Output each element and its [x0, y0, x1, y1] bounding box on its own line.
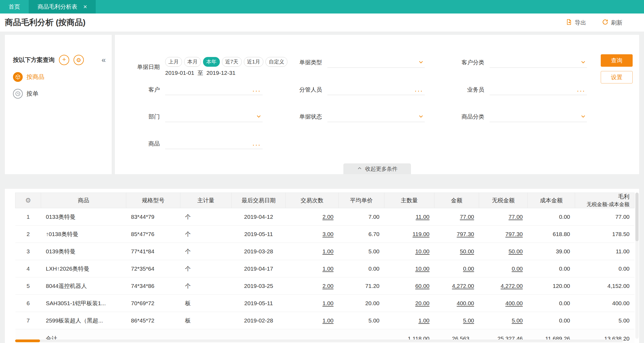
table-row[interactable]: 10133奥特曼83*44*79个2019-04-122.007.0011.00… [15, 208, 635, 226]
amount-drilldown-link[interactable]: 0.00 [463, 265, 474, 272]
tax_free-drilldown-link[interactable]: 77.00 [509, 214, 523, 220]
cell-qty: 119.00 [384, 226, 434, 243]
customer-picker[interactable]: ··· [165, 84, 263, 95]
horizontal-scrollbar [15, 339, 623, 342]
date-chip[interactable]: 上月 [165, 57, 182, 67]
qty-drilldown-link[interactable]: 11.00 [416, 214, 430, 220]
tax_free-drilldown-link[interactable]: 5.00 [512, 317, 523, 324]
bill-status-select[interactable] [327, 111, 425, 122]
cell-qty: 10.00 [384, 243, 434, 260]
tab-home-label: 首页 [9, 3, 20, 11]
horizontal-scrollbar-thumb[interactable] [15, 339, 40, 342]
customer-category-group: 客户分类 [449, 57, 611, 68]
product-category-select[interactable] [490, 111, 587, 122]
table-row[interactable]: 72599板装超人（黑超...86*45*72板2019-02-281.005.… [15, 312, 635, 329]
cell-qty: 20.00 [384, 295, 434, 312]
tax_free-drilldown-link[interactable]: 4,272.00 [501, 283, 523, 289]
cell-amount: 50.00 [434, 243, 479, 260]
amount-drilldown-link[interactable]: 77.00 [460, 214, 474, 220]
date-chip[interactable]: 本年 [203, 57, 220, 67]
sidebar-collapse-icon[interactable]: « [101, 56, 106, 64]
table-row[interactable]: 4LXH↑2026奥特曼72*35*64个2019-04-171.000.001… [15, 260, 635, 277]
cell-last_date: 2019-03-28 [232, 243, 286, 260]
cell-avg_price: 20.00 [338, 295, 384, 312]
column-header-spec[interactable]: 规格型号 [126, 193, 180, 208]
settings-button[interactable]: 设置 [601, 71, 633, 83]
tab-home[interactable]: 首页 [0, 0, 29, 14]
tx_count-drilldown-link[interactable]: 3.00 [323, 231, 334, 237]
product-label: 商品 [125, 140, 160, 147]
date-chip[interactable]: 近7天 [222, 57, 242, 67]
date-chip[interactable]: 近1月 [244, 57, 264, 67]
tab-bar: 首页 商品毛利分析表 × [0, 0, 644, 14]
salesman-picker[interactable]: ··· [490, 84, 587, 95]
customer-category-select[interactable] [490, 57, 587, 68]
tax_free-drilldown-link[interactable]: 50.00 [509, 248, 523, 254]
cell-product: 8044遥控机器人 [41, 277, 126, 295]
column-settings-gear-icon[interactable]: ⚙ [15, 193, 41, 208]
column-header-tax-free[interactable]: 无税金额 [479, 193, 528, 208]
tx_count-drilldown-link[interactable]: 2.00 [323, 283, 334, 289]
column-header-unit[interactable]: 主计量 [180, 193, 232, 208]
column-header-amount[interactable]: 金额 [434, 193, 479, 208]
cell-unit: 板 [180, 312, 232, 329]
query-button[interactable]: 查询 [601, 54, 633, 67]
export-button[interactable]: 导出 [566, 19, 586, 27]
scheme-settings-button[interactable]: ⚙ [74, 55, 84, 65]
table-row[interactable]: 58044遥控机器人74*34*86个2019-03-252.0071.2060… [15, 277, 635, 295]
column-header-tx-count[interactable]: 交易次数 [286, 193, 338, 208]
tax_free-drilldown-link[interactable]: 797.30 [505, 231, 523, 237]
tx_count-drilldown-link[interactable]: 2.00 [323, 214, 334, 220]
add-scheme-button[interactable] [59, 55, 69, 65]
close-icon[interactable]: × [83, 4, 87, 10]
tx_count-drilldown-link[interactable]: 1.00 [323, 265, 334, 272]
chevron-down-icon [580, 59, 586, 66]
manager-picker[interactable]: ··· [327, 84, 425, 95]
qty-drilldown-link[interactable]: 60.00 [415, 283, 430, 289]
sidebar-item-by-bill[interactable]: 按单 [13, 89, 106, 99]
profit-sublabel: 无税金额-成本金额 [578, 201, 629, 208]
ellipsis-icon: ··· [252, 87, 261, 94]
column-header-product[interactable]: 商品 [41, 193, 126, 208]
table-row[interactable]: 2↑0138奥特曼85*47*76个2019-05-113.006.70119.… [15, 226, 635, 243]
amount-drilldown-link[interactable]: 5.00 [463, 317, 474, 324]
refresh-button[interactable]: 刷新 [602, 19, 622, 27]
column-header-cost[interactable]: 成本金额 [528, 193, 575, 208]
qty-drilldown-link[interactable]: 1.00 [419, 317, 430, 324]
tx_count-drilldown-link[interactable]: 1.00 [323, 248, 334, 254]
qty-drilldown-link[interactable]: 10.00 [415, 265, 430, 272]
qty-drilldown-link[interactable]: 10.00 [415, 248, 430, 254]
product-group: 商品 ··· [125, 138, 287, 149]
date-start-value[interactable]: 2019-01-01 [165, 70, 194, 76]
date-chip[interactable]: 本月 [184, 57, 201, 67]
tx_count-drilldown-link[interactable]: 1.00 [323, 317, 334, 324]
amount-drilldown-link[interactable]: 400.00 [457, 300, 474, 306]
column-header-profit[interactable]: 毛利 无税金额-成本金额 [575, 193, 635, 208]
column-header-last-date[interactable]: 最后交易日期 [232, 193, 286, 208]
bill-type-select[interactable] [327, 57, 425, 68]
tax_free-drilldown-link[interactable]: 400.00 [505, 300, 523, 306]
qty-drilldown-link[interactable]: 20.00 [415, 300, 430, 306]
tx_count-drilldown-link[interactable]: 1.00 [323, 300, 334, 306]
department-select[interactable] [165, 111, 263, 122]
cell-amount: 400.00 [434, 295, 479, 312]
date-chip[interactable]: 自定义 [265, 57, 287, 67]
vertical-scrollbar-thumb[interactable] [635, 193, 639, 241]
amount-drilldown-link[interactable]: 797.30 [457, 231, 474, 237]
table-row[interactable]: 30139奥特曼77*41*84个2019-03-281.005.0010.00… [15, 243, 635, 260]
sidebar-item-by-product[interactable]: 按商品 [13, 72, 106, 82]
cell-amount: 4,272.00 [434, 277, 479, 295]
date-separator: 至 [197, 69, 203, 77]
column-header-avg-price[interactable]: 平均单价 [338, 193, 384, 208]
column-header-qty[interactable]: 主数量 [384, 193, 434, 208]
cell-unit: 个 [180, 226, 232, 243]
amount-drilldown-link[interactable]: 4,272.00 [452, 283, 474, 289]
tab-active[interactable]: 商品毛利分析表 × [29, 0, 96, 14]
table-row[interactable]: 6SAH3051-1铠甲板装1...70*69*72板2019-05-111.0… [15, 295, 635, 312]
qty-drilldown-link[interactable]: 119.00 [413, 231, 430, 237]
collapse-conditions-bar[interactable]: 收起更多条件 [343, 163, 411, 174]
product-picker[interactable]: ··· [165, 138, 263, 149]
tax_free-drilldown-link[interactable]: 0.00 [512, 265, 523, 272]
date-end-value[interactable]: 2019-12-31 [206, 70, 235, 76]
amount-drilldown-link[interactable]: 50.00 [460, 248, 474, 254]
